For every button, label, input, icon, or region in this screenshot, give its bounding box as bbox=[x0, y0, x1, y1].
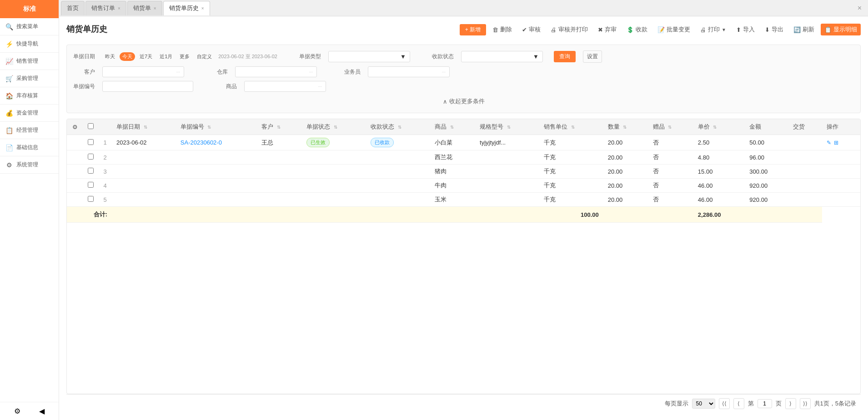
col-doc-date[interactable]: 单据日期 ⇅ bbox=[112, 119, 176, 135]
customer-picker-icon[interactable]: ··· bbox=[176, 70, 180, 75]
row-checkbox[interactable] bbox=[88, 182, 94, 188]
doc-no-link[interactable]: SA-20230602-0 bbox=[181, 139, 222, 146]
collapse-button[interactable]: ∧ 收起更多条件 bbox=[72, 95, 855, 107]
row-checkbox-cell[interactable] bbox=[83, 165, 98, 179]
col-checkbox[interactable] bbox=[83, 119, 98, 135]
sidebar-item-ops-mgmt[interactable]: 📋 经营管理 bbox=[0, 122, 59, 139]
salesperson-picker-icon[interactable]: ··· bbox=[442, 70, 446, 75]
audit-button[interactable]: ✔ 审核 bbox=[518, 24, 544, 35]
row-actions bbox=[822, 165, 860, 179]
tab-sales-delivery[interactable]: 销货单 × bbox=[127, 1, 162, 15]
refresh-button[interactable]: 🔄 刷新 bbox=[790, 24, 818, 35]
col-goods[interactable]: 商品 ⇅ bbox=[430, 119, 475, 135]
sidebar-item-quick-nav[interactable]: ⚡ 快捷导航 bbox=[0, 35, 59, 53]
tab-bar-close-button[interactable]: × bbox=[853, 4, 866, 12]
close-sales-history-icon[interactable]: × bbox=[201, 6, 204, 11]
summary-spacer bbox=[112, 207, 539, 223]
sidebar-item-basic-info[interactable]: 📄 基础信息 bbox=[0, 139, 59, 156]
page-number-input[interactable] bbox=[758, 399, 772, 408]
row-checkbox[interactable] bbox=[88, 154, 94, 160]
row-checkbox-cell[interactable] bbox=[83, 135, 98, 150]
doc-no-input[interactable] bbox=[102, 81, 193, 92]
sidebar-item-inventory[interactable]: 🏠 库存核算 bbox=[0, 87, 59, 105]
delete-button[interactable]: 🗑 删除 bbox=[489, 24, 516, 35]
close-sales-delivery-icon[interactable]: × bbox=[154, 6, 156, 11]
collect-status-label: 收款状态 bbox=[431, 53, 454, 60]
date-btn-yesterday[interactable]: 昨天 bbox=[102, 52, 118, 61]
sidebar-item-purchase-mgmt[interactable]: 🛒 采购管理 bbox=[0, 70, 59, 87]
row-action-编辑[interactable]: ✎ bbox=[827, 140, 831, 146]
row-checkbox-cell[interactable] bbox=[83, 193, 98, 207]
date-btn-1month[interactable]: 近1月 bbox=[157, 52, 175, 61]
row-checkbox[interactable] bbox=[88, 196, 94, 202]
close-sales-order-icon[interactable]: × bbox=[118, 6, 120, 11]
date-btn-custom[interactable]: 自定义 bbox=[194, 52, 215, 61]
row-gift: 否 bbox=[648, 150, 693, 165]
col-spec[interactable]: 规格型号 ⇅ bbox=[475, 119, 539, 135]
sidebar-item-search-menu[interactable]: 🔍 搜索菜单 bbox=[0, 18, 59, 35]
warehouse-input[interactable] bbox=[239, 69, 309, 75]
export-button[interactable]: ⬇ 导出 bbox=[761, 24, 787, 35]
col-doc-status[interactable]: 单据状态 ⇅ bbox=[302, 119, 366, 135]
next-page-button[interactable]: ⟩ bbox=[785, 398, 796, 409]
tab-sales-order[interactable]: 销售订单 × bbox=[85, 1, 126, 15]
batch-change-button[interactable]: 📝 批量变更 bbox=[654, 24, 694, 35]
collect-status-select[interactable]: ▼ bbox=[461, 51, 543, 62]
col-collect-status[interactable]: 收款状态 ⇅ bbox=[366, 119, 430, 135]
date-btn-today[interactable]: 今天 bbox=[120, 52, 135, 61]
row-sales-unit: 千克 bbox=[539, 179, 603, 193]
row-action-删除[interactable]: ⊞ bbox=[834, 140, 838, 146]
sidebar-item-label-sys-mgmt: 系统管理 bbox=[16, 161, 38, 169]
row-spec bbox=[475, 179, 539, 193]
sidebar-collapse-icon[interactable]: ◀ bbox=[39, 407, 45, 415]
finance-mgmt-icon: 💰 bbox=[5, 110, 13, 117]
page-size-select[interactable]: 50 100 200 bbox=[692, 399, 715, 409]
import-button[interactable]: ⬆ 导入 bbox=[733, 24, 758, 35]
salesperson-input[interactable] bbox=[372, 69, 442, 75]
customer-input[interactable] bbox=[106, 69, 176, 75]
show-details-button[interactable]: 📋 显示明细 bbox=[821, 24, 861, 35]
customer-label: 客户 bbox=[72, 68, 95, 76]
goods-input[interactable] bbox=[248, 83, 318, 90]
discard-button[interactable]: ✖ 弃审 bbox=[594, 24, 620, 35]
row-amount: 50.00 bbox=[745, 135, 788, 150]
select-all-checkbox[interactable] bbox=[88, 123, 94, 129]
col-sales-unit[interactable]: 销售单位 ⇅ bbox=[539, 119, 603, 135]
col-gear[interactable]: ⚙ bbox=[67, 119, 83, 135]
row-checkbox[interactable] bbox=[88, 168, 94, 174]
print-button[interactable]: 🖨 打印 ▼ bbox=[697, 24, 730, 35]
prev-page-button[interactable]: ⟨ bbox=[733, 398, 744, 409]
tab-home[interactable]: 首页 bbox=[61, 1, 85, 15]
sidebar-item-sys-mgmt[interactable]: ⚙ 系统管理 bbox=[0, 156, 59, 174]
sidebar-item-finance-mgmt[interactable]: 💰 资金管理 bbox=[0, 105, 59, 122]
goods-picker-icon[interactable]: ··· bbox=[318, 84, 322, 89]
first-page-button[interactable]: ⟨⟨ bbox=[719, 398, 730, 409]
col-customer[interactable]: 客户 ⇅ bbox=[257, 119, 302, 135]
sidebar-item-sales-mgmt[interactable]: 📈 销售管理 bbox=[0, 53, 59, 70]
summary-label: 合计: bbox=[67, 207, 112, 223]
warehouse-picker-icon[interactable]: ··· bbox=[309, 70, 313, 75]
row-doc-date bbox=[112, 150, 176, 165]
col-doc-no[interactable]: 单据编号 ⇅ bbox=[176, 119, 257, 135]
row-checkbox[interactable] bbox=[88, 139, 94, 145]
date-btn-7days[interactable]: 近7天 bbox=[137, 52, 155, 61]
query-button[interactable]: 查询 bbox=[554, 51, 576, 62]
settings-button[interactable]: 设置 bbox=[583, 50, 602, 63]
row-checkbox-cell[interactable] bbox=[83, 150, 98, 165]
col-amount[interactable]: 金额 bbox=[745, 119, 788, 135]
row-num: 4 bbox=[98, 179, 112, 193]
date-btn-more[interactable]: 更多 bbox=[177, 52, 192, 61]
sidebar-settings-icon[interactable]: ⚙ bbox=[14, 407, 20, 415]
table-header-row: ⚙ 单据日期 ⇅ 单据编号 ⇅ 客户 ⇅ 单据状态 ⇅ 收款状态 ⇅ 商品 ⇅ … bbox=[67, 119, 860, 135]
audit-print-button[interactable]: 🖨 审核并打印 bbox=[547, 24, 592, 35]
new-button[interactable]: + 新增 bbox=[460, 24, 486, 35]
col-unit-price[interactable]: 单价 ⇅ bbox=[693, 119, 745, 135]
row-checkbox-cell[interactable] bbox=[83, 179, 98, 193]
collect-button[interactable]: 💲 收款 bbox=[623, 24, 651, 35]
doc-type-select[interactable]: ▼ bbox=[328, 51, 410, 62]
tab-sales-history[interactable]: 销货单历史 × bbox=[163, 1, 210, 15]
col-qty[interactable]: 数量 ⇅ bbox=[603, 119, 648, 135]
last-page-button[interactable]: ⟩⟩ bbox=[800, 398, 811, 409]
sort-doc-status-icon: ⇅ bbox=[334, 125, 337, 130]
col-gift[interactable]: 赠品 ⇅ bbox=[648, 119, 693, 135]
